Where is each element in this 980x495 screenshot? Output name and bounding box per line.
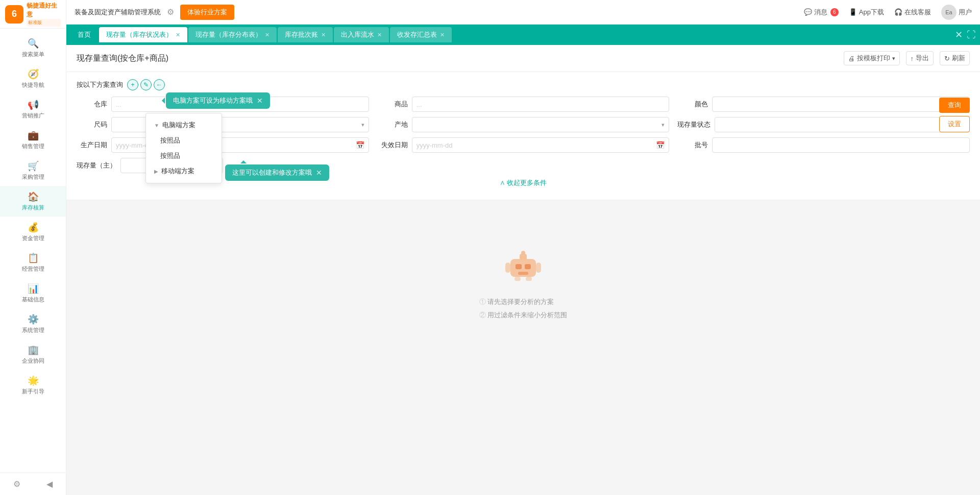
sidebar-bottom: ⚙ ◀ [0, 473, 66, 495]
refresh-btn[interactable]: ↻ 刷新 [940, 51, 970, 65]
scheme-tooltip1: 电脑方案可设为移动方案哦 ✕ [166, 92, 270, 109]
collapse-icon[interactable]: ◀ [46, 479, 53, 489]
batch-field: 批号 [677, 137, 970, 153]
stock-status-select[interactable]: ▾ [715, 117, 970, 132]
refresh-icon: ↻ [944, 55, 950, 62]
print-btn[interactable]: 🖨 按模板打印 ▾ [844, 51, 900, 65]
origin-select[interactable]: ▾ [412, 117, 670, 132]
search-buttons: 查询 设置 [939, 98, 970, 132]
filter-header: 按以下方案查询 + ✎ ← [77, 79, 970, 90]
printer-icon: 🖨 [848, 55, 855, 62]
sidebar-item-quick[interactable]: 🧭快捷导航 [0, 63, 66, 94]
svg-rect-3 [518, 272, 528, 275]
sidebar-item-search[interactable]: 🔍搜索菜单 [0, 33, 66, 63]
produce-date-field: 生产日期 yyyy-mm-dd 📅 [77, 137, 369, 153]
empty-tip1: 请先选择要分析的方案 [479, 295, 568, 309]
goods-field: 商品 ... [377, 97, 670, 112]
settings-icon[interactable]: ⚙ [13, 479, 20, 489]
sidebar-item-inventory[interactable]: 🏠库存核算 [0, 186, 66, 217]
reset-btn[interactable]: 设置 [939, 116, 970, 132]
tab-summary[interactable]: 收发存汇总表✕ [390, 27, 452, 42]
color-label: 颜色 [677, 100, 708, 109]
add-scheme-btn[interactable]: + [127, 79, 138, 90]
produce-date-label: 生产日期 [77, 140, 107, 150]
tab-label-batch: 库存批次账 [285, 30, 318, 39]
purchase-icon: 🛒 [28, 160, 39, 172]
sidebar-item-sales[interactable]: 💼销售管理 [0, 125, 66, 155]
tab-flow[interactable]: 出入库流水✕ [334, 27, 389, 42]
tab-label-flow: 出入库流水 [341, 30, 374, 39]
desktop-scheme-item[interactable]: ▼ 电脑端方案 [146, 117, 222, 133]
svg-rect-10 [526, 277, 532, 281]
tooltip2-close[interactable]: ✕ [316, 169, 322, 177]
sidebar-item-system[interactable]: ⚙️系统管理 [0, 309, 66, 339]
tab-distribution[interactable]: 现存量（库存分布表）✕ [188, 27, 277, 42]
empty-tip2: 用过滤条件来缩小分析范围 [479, 309, 568, 322]
expire-date-input[interactable]: yyyy-mm-dd 📅 [412, 137, 670, 153]
tab-close-distribution[interactable]: ✕ [265, 32, 270, 38]
scheme-sub-item2[interactable]: 按照品 [146, 148, 222, 163]
tabbar-close-icon[interactable]: ✕ [955, 29, 963, 40]
page-header: 现存量查询(按仓库+商品) 🖨 按模板打印 ▾ ↑ 导出 ↻ 刷新 [66, 45, 980, 72]
svg-rect-7 [505, 263, 510, 273]
page-title: 现存量查询(按仓库+商品) [77, 53, 168, 64]
empty-tips: 请先选择要分析的方案 用过滤条件来缩小分析范围 [479, 295, 568, 322]
tab-close-batch[interactable]: ✕ [321, 32, 326, 38]
sidebar-item-guide[interactable]: 🌟新手引导 [0, 370, 66, 400]
message-btn[interactable]: 💬 消息 6 [804, 8, 839, 17]
calendar-icon2[interactable]: 📅 [656, 141, 665, 149]
user-btn[interactable]: Ea 用户 [941, 5, 972, 20]
logo-area: 6 畅捷通好生意 标准版 [0, 0, 66, 29]
calendar-icon1[interactable]: 📅 [356, 141, 364, 149]
sidebar-item-basic[interactable]: 📊基础信息 [0, 278, 66, 309]
goods-input[interactable]: ... [412, 97, 670, 112]
batch-input[interactable] [712, 137, 970, 153]
online-service-btn[interactable]: 🎧 在线客服 [894, 8, 931, 17]
expire-date-label: 失效日期 [377, 140, 408, 150]
mobile-scheme-item[interactable]: ▶ 移动端方案 [146, 163, 222, 179]
headset-icon: 🎧 [894, 8, 902, 16]
tabbar: 首页现存量（库存状况表）✕现存量（库存分布表）✕库存批次账✕出入库流水✕收发存汇… [66, 25, 980, 45]
tab-close-flow[interactable]: ✕ [377, 32, 382, 38]
header: 装备及固定资产辅助管理系统 ⚙ 体验行业方案 💬 消息 6 📱 App下载 🎧 … [66, 0, 980, 25]
color-field: 颜色 ▾ [677, 97, 970, 112]
tab-close-status[interactable]: ✕ [176, 32, 180, 38]
sidebar-item-purchase[interactable]: 🛒采购管理 [0, 155, 66, 186]
tooltip1-close[interactable]: ✕ [257, 97, 263, 105]
logo-icon: 6 [5, 5, 23, 23]
empty-illustration [500, 241, 546, 287]
industry-btn[interactable]: 体验行业方案 [180, 5, 234, 20]
tab-label-summary: 收发存汇总表 [397, 30, 437, 39]
settings-gear-icon[interactable]: ⚙ [167, 7, 174, 17]
arrow-left-btn[interactable]: ← [154, 79, 165, 90]
tab-batch[interactable]: 库存批次账✕ [278, 27, 333, 42]
scheme-sub-item1[interactable]: 按照品 [146, 133, 222, 148]
tab-status[interactable]: 现存量（库存状况表）✕ [99, 27, 187, 42]
tab-home[interactable]: 首页 [70, 27, 98, 42]
expand-arrow2: ▶ [154, 169, 158, 174]
sidebar-item-operation[interactable]: 📋经营管理 [0, 247, 66, 278]
tab-close-summary[interactable]: ✕ [440, 32, 445, 38]
sidebar-item-enterprise[interactable]: 🏢企业协同 [0, 339, 66, 370]
export-btn[interactable]: ↑ 导出 [906, 51, 934, 65]
edit-scheme-btn[interactable]: ✎ [140, 79, 152, 90]
sidebar-item-marketing[interactable]: 📢营销推广 [0, 94, 66, 125]
filter-label: 按以下方案查询 [77, 80, 123, 89]
header-left: 装备及固定资产辅助管理系统 ⚙ 体验行业方案 [75, 5, 234, 20]
sales-icon: 💼 [28, 130, 39, 141]
search-btn[interactable]: 查询 [939, 98, 970, 113]
scheme-tree: ▼ 电脑端方案 按照品 按照品 ▶ 移动端方案 这里可以创建和修改方案哦 ✕ [145, 113, 222, 183]
batch-label: 批号 [677, 140, 708, 150]
filter-icons: + ✎ ← [127, 79, 165, 90]
svg-rect-9 [514, 277, 521, 281]
svg-rect-2 [525, 264, 531, 269]
color-select[interactable]: ▾ [712, 97, 970, 112]
finance-icon: 💰 [28, 222, 39, 233]
svg-rect-1 [516, 264, 522, 269]
expand-arrow: ▼ [154, 123, 159, 128]
tabbar-expand-icon[interactable]: ⛶ [967, 30, 976, 40]
sidebar-item-finance[interactable]: 💰资金管理 [0, 217, 66, 247]
guide-icon: 🌟 [28, 375, 39, 386]
app-download-btn[interactable]: 📱 App下载 [849, 8, 884, 17]
main-area: 装备及固定资产辅助管理系统 ⚙ 体验行业方案 💬 消息 6 📱 App下载 🎧 … [66, 0, 980, 495]
